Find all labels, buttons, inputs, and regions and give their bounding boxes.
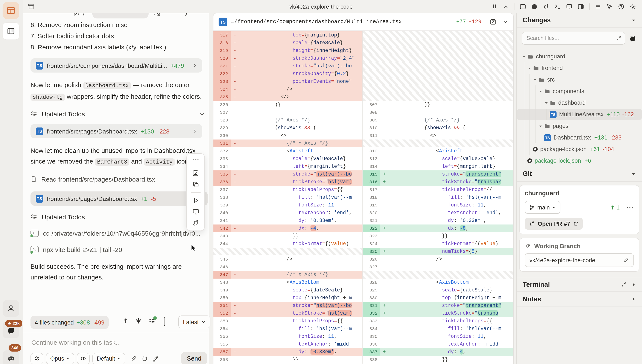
help-icon[interactable] <box>618 3 624 10</box>
updated-todos-row[interactable]: Updated Todos <box>31 212 205 222</box>
file-name: churnguard <box>536 53 565 60</box>
tree-item-package-lock-json[interactable]: package-lock.json+61-104 <box>517 143 642 155</box>
panel-left-icon[interactable] <box>520 3 526 10</box>
open-pr-button[interactable]: Open PR #7 <box>525 218 583 230</box>
diff-line-old: 323- pointerEvents="none" <box>213 78 363 86</box>
todo-list-icon[interactable] <box>149 318 156 324</box>
commits-ahead[interactable]: 1 <box>610 204 620 210</box>
terminal-command-row[interactable]: cd /private/var/folders/10/h7w0q46556ggr… <box>31 228 208 238</box>
working-branch-field[interactable]: vk/4e2a-explore-the-code <box>525 253 634 267</box>
diff-line-old: 317- top={margin.top} <box>213 31 363 39</box>
tree-item-dashboard-tsx[interactable]: TSDashboard.tsx+131-233 <box>517 132 642 143</box>
diff-line-new <box>363 140 513 147</box>
pen-icon[interactable] <box>153 355 159 362</box>
search-files-input[interactable] <box>522 32 625 45</box>
layout-view-button[interactable] <box>3 2 19 19</box>
chevron-down-icon <box>538 89 544 93</box>
tree-item-multilinearea-tsx[interactable]: TSMultiLineArea.tsx+110-162 <box>517 108 642 120</box>
diff-row: 322- strokeOpacity={0.2} <box>213 70 513 78</box>
mode-dropdown[interactable]: Default <box>93 352 126 364</box>
settings-sliders-button[interactable] <box>31 352 43 364</box>
fast-forward-button[interactable] <box>77 352 90 364</box>
tree-item-package-lock-json[interactable]: package-lock.json+6 <box>517 155 642 166</box>
menu-icon[interactable] <box>595 3 601 10</box>
file-diff-chip[interactable]: TSfrontend/src/components/dashboard/Mult… <box>31 58 202 72</box>
kanban-view-button[interactable] <box>3 23 19 40</box>
sparkle-icon[interactable] <box>135 318 142 324</box>
pause-icon[interactable] <box>492 4 497 10</box>
diff-view-icon[interactable] <box>192 170 199 177</box>
attach-icon[interactable] <box>131 355 137 362</box>
file-name: src <box>547 76 555 83</box>
diff-line-old: 345 /> <box>213 256 363 263</box>
files-changed-chip[interactable]: 4 files changed +308 -499 <box>31 316 109 329</box>
settings-gear-icon[interactable] <box>629 3 636 10</box>
read-file-row[interactable]: Read frontend/src/pages/Dashboard.tsx <box>31 174 208 184</box>
notes-section-header[interactable]: Notes <box>517 292 642 306</box>
diff-row: 325- </> <box>213 93 513 101</box>
diff-mode-icon[interactable] <box>489 18 496 25</box>
tree-item-components[interactable]: components <box>517 86 642 97</box>
cat-icon[interactable] <box>141 355 148 362</box>
file-added: +110 <box>607 111 620 118</box>
collapse-file-icon[interactable] <box>503 19 508 24</box>
package-icon <box>527 158 532 163</box>
tree-item-frontend[interactable]: frontend <box>517 62 642 74</box>
diff-file-header[interactable]: TS …/frontend/src/components/dashboard/M… <box>213 13 513 31</box>
edit-pencil-icon[interactable] <box>623 257 629 263</box>
display-icon[interactable] <box>566 3 572 10</box>
pointer-share-icon[interactable] <box>606 3 613 10</box>
indent-guide <box>529 143 530 155</box>
diff-row: 331- {/* Y Axis */} <box>213 140 513 147</box>
tree-item-src[interactable]: src <box>517 74 642 86</box>
git-compare-icon[interactable] <box>543 3 549 10</box>
chat-blob-icon[interactable] <box>531 3 538 10</box>
copy-icon[interactable] <box>192 181 199 188</box>
terminal-command-row[interactable]: npx vite build 2>&1 | tail -20 <box>31 245 208 254</box>
message-input[interactable] <box>31 336 204 348</box>
cat-icon[interactable] <box>629 34 637 42</box>
more-options-icon[interactable]: ⋯ <box>626 203 634 212</box>
monitor-icon[interactable] <box>192 208 199 215</box>
terminal-section-header[interactable]: Terminal <box>517 277 642 292</box>
scroll-up-icon[interactable] <box>122 318 129 324</box>
diff-row: 328 {/* Axes */}309 {/* Axes */} <box>213 116 513 124</box>
diff-line-new: 320 textAnchor: 'end', <box>363 209 513 217</box>
diff-row: 355 fontSize: 11,335 fontSize: 11, <box>213 333 513 340</box>
tree-item-dashboard[interactable]: dashboard <box>517 97 642 108</box>
model-dropdown[interactable]: Opus <box>46 352 75 364</box>
account-button[interactable] <box>3 300 19 317</box>
changes-section-header[interactable]: Changes <box>517 13 642 28</box>
diff-line-old: 352- tickStroke="hsl(var( <box>213 310 363 317</box>
tree-item-pages[interactable]: pages <box>517 120 642 132</box>
file-removed: -233 <box>610 134 621 141</box>
updated-todos-row[interactable]: Updated Todos <box>31 109 205 118</box>
panel-right-filled-icon[interactable] <box>577 3 584 10</box>
file-diff-chip[interactable]: TSfrontend/src/pages/Dashboard.tsx+130-2… <box>31 124 202 138</box>
chevron-right-icon <box>632 297 636 301</box>
discord-button[interactable] <box>3 350 19 364</box>
collapse-up-icon[interactable] <box>502 3 509 10</box>
latest-dropdown[interactable]: Latest <box>178 316 210 328</box>
archive-icon[interactable] <box>28 3 35 10</box>
git-section-header[interactable]: Git <box>517 166 642 182</box>
diff-line-new: 323 }} <box>363 232 513 240</box>
git-compare-icon[interactable] <box>192 219 199 226</box>
file-diff-chip[interactable]: TSfrontend/src/pages/Dashboard.tsx+1-5 <box>31 192 208 206</box>
tree-item-churnguard[interactable]: churnguard <box>517 51 642 62</box>
diff-line-new: 315+ stroke="transparent" <box>363 170 513 178</box>
send-button[interactable]: Send <box>181 352 207 364</box>
diff-line-old: 344 tickFormat={(value) <box>213 240 363 248</box>
diff-line-old: 319- height={innerHeight} <box>213 47 363 54</box>
diff-line-new: 332+ tickStroke="transpa <box>363 310 513 317</box>
expand-icon[interactable] <box>621 282 626 287</box>
top-bar: vk/4e2a-explore-the-code <box>0 0 642 13</box>
branch-dropdown[interactable]: main <box>525 201 561 214</box>
collapse-tree-icon[interactable] <box>616 35 622 41</box>
diff-row: 347- {/* X Axis */} <box>213 271 513 278</box>
more-options-icon[interactable] <box>192 158 199 160</box>
terminal-icon[interactable] <box>554 3 561 10</box>
diff-line-new: 311 <> <box>363 132 513 140</box>
indent-guide <box>524 62 524 74</box>
play-icon[interactable] <box>192 197 199 204</box>
